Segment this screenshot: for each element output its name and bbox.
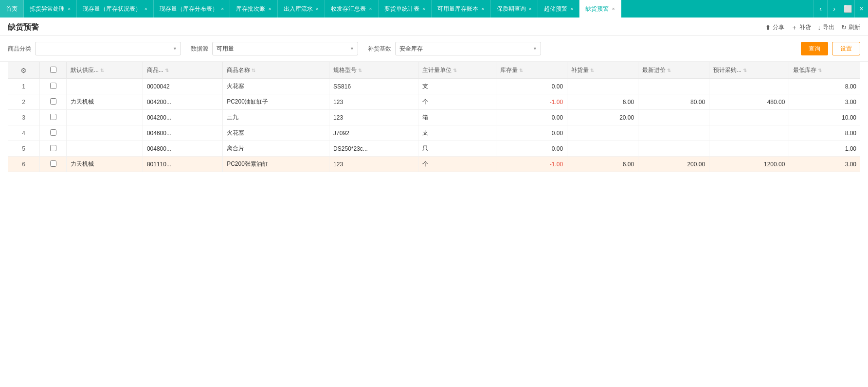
refresh-button[interactable]: ↻ 刷新 xyxy=(841,23,860,32)
row-checkbox-cell[interactable] xyxy=(40,79,67,94)
th-stock[interactable]: 库存量 ⇅ xyxy=(496,62,567,79)
row-min-stock: 3.00 xyxy=(789,94,860,110)
row-latest-price xyxy=(638,141,709,157)
row-stock: 0.00 xyxy=(496,110,567,125)
nav-tab-overstock[interactable]: 超储预警 × xyxy=(538,0,579,18)
data-table: ⚙ 默认供应... ⇅ 商品... ⇅ xyxy=(8,62,860,172)
th-unit[interactable]: 主计量单位 ⇅ xyxy=(418,62,496,79)
close-icon[interactable]: × xyxy=(529,6,532,12)
table-row: 6 力天机械 801110... PC200张紧油缸 123 个 -1.00 6… xyxy=(8,157,860,172)
row-unit: 箱 xyxy=(418,110,496,125)
row-unit: 个 xyxy=(418,94,496,110)
tab-label: 可用量库存账本 xyxy=(437,5,478,13)
th-checkbox[interactable] xyxy=(40,62,67,79)
row-checkbox[interactable] xyxy=(50,114,56,120)
sort-icon: ⇅ xyxy=(743,68,747,73)
th-supplier[interactable]: 默认供应... ⇅ xyxy=(66,62,143,79)
th-min-stock[interactable]: 最低库存 ⇅ xyxy=(789,62,860,79)
replenish-label: 补货 xyxy=(799,23,811,32)
row-index: 1 xyxy=(8,79,40,94)
nav-tab-avail-stock[interactable]: 可用量库存账本 × xyxy=(432,0,490,18)
th-name[interactable]: 商品名称 ⇅ xyxy=(223,62,329,79)
row-checkbox[interactable] xyxy=(50,129,56,136)
th-settings[interactable]: ⚙ xyxy=(8,62,40,79)
close-icon[interactable]: × xyxy=(612,6,615,12)
th-latest-price-label: 最新进价 xyxy=(642,66,666,74)
row-checkbox-cell[interactable] xyxy=(40,110,67,125)
close-icon[interactable]: × xyxy=(316,6,319,12)
query-button[interactable]: 查询 xyxy=(801,42,828,55)
nav-tab-stock-dist[interactable]: 现存量（库存分布表） × xyxy=(154,0,230,18)
close-icon[interactable]: × xyxy=(144,6,147,12)
row-checkbox-cell[interactable] xyxy=(40,141,67,157)
replenish-basis-label: 补货基数 xyxy=(368,45,391,53)
share-button[interactable]: ⬆ 分享 xyxy=(765,23,784,32)
th-code[interactable]: 商品... ⇅ xyxy=(143,62,222,79)
nav-next-button[interactable]: › xyxy=(827,0,841,18)
export-label: 导出 xyxy=(823,23,834,32)
close-icon[interactable]: × xyxy=(481,6,484,12)
row-est-purchase xyxy=(709,141,789,157)
row-index: 2 xyxy=(8,94,40,110)
row-code: 004200... xyxy=(143,110,222,125)
category-select[interactable] xyxy=(35,42,181,55)
row-checkbox[interactable] xyxy=(50,160,56,167)
row-checkbox[interactable] xyxy=(50,98,56,105)
close-icon[interactable]: × xyxy=(268,6,271,12)
replenish-basis-select[interactable]: 安全库存 xyxy=(395,42,541,55)
category-label: 商品分类 xyxy=(8,45,31,53)
close-icon[interactable]: × xyxy=(570,6,573,12)
nav-tab-stock-status[interactable]: 现存量（库存状况表） × xyxy=(77,0,153,18)
row-est-purchase xyxy=(709,110,789,125)
replenish-button[interactable]: ＋ 补货 xyxy=(791,23,811,32)
close-icon[interactable]: × xyxy=(369,6,372,12)
nav-tab-recv-send[interactable]: 收发存汇总表 × xyxy=(325,0,378,18)
row-checkbox-cell[interactable] xyxy=(40,157,67,172)
th-latest-price[interactable]: 最新进价 ⇅ xyxy=(638,62,709,79)
row-checkbox-cell[interactable] xyxy=(40,94,67,110)
nav-tab-stock-batch[interactable]: 库存批次账 × xyxy=(230,0,277,18)
close-icon[interactable]: × xyxy=(221,6,224,12)
row-supplier: 力天机械 xyxy=(66,157,143,172)
export-button[interactable]: ↓ 导出 xyxy=(818,23,835,32)
nav-prev-button[interactable]: ‹ xyxy=(814,0,827,18)
tab-label: 收发存汇总表 xyxy=(331,5,366,13)
row-checkbox[interactable] xyxy=(50,83,56,89)
nav-tab-expiry[interactable]: 保质期查询 × xyxy=(491,0,538,18)
row-code: 0000042 xyxy=(143,79,222,94)
th-spec-label: 规格型号 xyxy=(333,66,357,74)
nav-tab-home[interactable]: 首页 xyxy=(0,0,24,18)
nav-tab-pick-exception[interactable]: 拣货异常处理 × xyxy=(24,0,77,18)
nav-close-button[interactable]: × xyxy=(854,0,868,18)
row-index: 4 xyxy=(8,125,40,141)
close-icon[interactable]: × xyxy=(422,6,425,12)
row-stock: -1.00 xyxy=(496,94,567,110)
gear-icon[interactable]: ⚙ xyxy=(20,67,27,74)
filter-actions: 查询 设置 xyxy=(801,42,860,55)
row-checkbox-cell[interactable] xyxy=(40,125,67,141)
row-min-stock: 1.00 xyxy=(789,141,860,157)
row-checkbox[interactable] xyxy=(50,145,56,151)
th-est-purchase[interactable]: 预计采购... ⇅ xyxy=(709,62,789,79)
nav-tab-req-order[interactable]: 要货单统计表 × xyxy=(379,0,432,18)
nav-restore-button[interactable]: ⬜ xyxy=(841,0,854,18)
nav-control-buttons: ‹ › ⬜ × xyxy=(814,0,868,18)
th-replenish[interactable]: 补货量 ⇅ xyxy=(567,62,638,79)
row-replenish xyxy=(567,141,638,157)
th-spec[interactable]: 规格型号 ⇅ xyxy=(329,62,418,79)
select-all-checkbox[interactable] xyxy=(50,67,56,73)
th-unit-label: 主计量单位 xyxy=(422,66,452,74)
row-replenish xyxy=(567,79,638,94)
nav-tab-shortage[interactable]: 缺货预警 × xyxy=(579,0,621,18)
datasource-select[interactable]: 可用量 xyxy=(212,42,358,55)
category-select-wrapper xyxy=(35,42,181,55)
row-min-stock: 8.00 xyxy=(789,125,860,141)
header-actions: ⬆ 分享 ＋ 补货 ↓ 导出 ↻ 刷新 xyxy=(765,23,861,32)
row-spec: 123 xyxy=(329,110,418,125)
settings-button[interactable]: 设置 xyxy=(832,42,860,55)
row-name: 火花塞 xyxy=(223,79,329,94)
nav-tab-in-out-flow[interactable]: 出入库流水 × xyxy=(278,0,325,18)
row-code: 801110... xyxy=(143,157,222,172)
row-min-stock: 8.00 xyxy=(789,79,860,94)
close-icon[interactable]: × xyxy=(68,6,71,12)
